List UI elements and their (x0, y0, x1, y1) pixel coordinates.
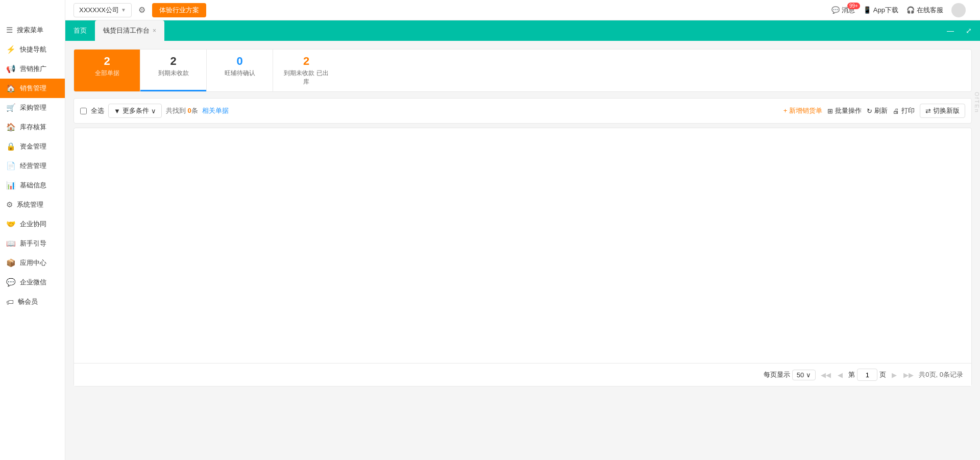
tab-home[interactable]: 首页 (65, 20, 95, 41)
company-dropdown-arrow: ▼ (121, 7, 126, 13)
settings-button[interactable]: ⚙ (135, 3, 149, 17)
inventory-icon: 🏠 (6, 123, 16, 132)
switch-label: 切换新版 (933, 106, 960, 115)
found-count: 0 (188, 107, 191, 114)
tab-qianhuoricin-label: 钱货日清工作台 (103, 26, 150, 35)
message-button[interactable]: 💬 消息 99+ (831, 6, 855, 15)
stats-overdue-count: 2 (149, 55, 198, 68)
purchase-icon: 🛒 (6, 103, 16, 112)
company-selector[interactable]: XXXXXX公司 ▼ (74, 3, 132, 17)
sidebar-item-enterprise[interactable]: 🤝 企业协同 (0, 214, 65, 234)
online-service-label: 在线客服 (917, 6, 943, 15)
sidebar-basicinfo-label: 基础信息 (20, 181, 46, 190)
beginner-icon: 📖 (6, 239, 16, 248)
finance-icon: 🔒 (6, 142, 16, 151)
nav-tabs: 首页 钱货日清工作台 × — ⤢ (65, 20, 980, 41)
select-all-label: 全选 (91, 106, 104, 115)
select-all-checkbox[interactable] (80, 108, 87, 114)
toolbar: 全选 ▼ 更多条件 ∨ 共找到 0条 相关单据 + 新增销货单 ⊞ 批量操作 ↻… (74, 98, 972, 124)
sales-icon: 🏠 (6, 84, 16, 93)
related-orders-link[interactable]: 相关单据 (202, 106, 229, 115)
per-page-arrow: ∨ (806, 371, 811, 379)
print-label: 打印 (901, 106, 915, 115)
stats-tab-overdue[interactable]: 2 到期未收款 (140, 50, 207, 91)
stats-tabs: 2 全部单据 2 到期未收款 0 旺辅待确认 2 到期未收款 已出库 (74, 49, 972, 92)
tab-home-label: 首页 (74, 26, 87, 35)
sidebar-item-operations[interactable]: 📄 经营管理 (0, 156, 65, 176)
add-order-button[interactable]: + 新增销货单 (783, 106, 822, 115)
sidebar-item-wechat[interactable]: 💬 企业微信 (0, 273, 65, 292)
more-filter-button[interactable]: ▼ 更多条件 ∨ (108, 104, 162, 118)
sidebar-beginner-label: 新手引导 (20, 239, 46, 248)
search-menu-icon: ☰ (6, 26, 13, 35)
toolbar-right: + 新增销货单 ⊞ 批量操作 ↻ 刷新 🖨 打印 ⇄ 切换新版 (783, 104, 965, 118)
sidebar-item-quicknav[interactable]: ⚡ 快捷导航 (0, 40, 65, 59)
company-name: XXXXXX公司 (79, 6, 119, 15)
operations-icon: 📄 (6, 161, 16, 171)
app-download-button[interactable]: 📱 App下载 (863, 6, 898, 15)
member-icon: 🏷 (6, 298, 14, 306)
page-input[interactable] (857, 369, 877, 381)
message-icon: 💬 (831, 6, 840, 14)
stats-overdue-shipped-label: 到期未收款 已出库 (281, 69, 331, 86)
sidebar-item-purchase[interactable]: 🛒 采购管理 (0, 98, 65, 117)
tab-qianhuoricin[interactable]: 钱货日清工作台 × (95, 20, 164, 41)
stats-all-label: 全部单据 (82, 69, 132, 78)
total-text: 共0页, 0条记录 (919, 370, 963, 379)
sidebar-search-label: 搜索菜单 (17, 26, 43, 35)
refresh-icon: ↻ (867, 107, 872, 115)
first-page-button[interactable]: ◀◀ (820, 369, 832, 381)
appcenter-icon: 📦 (6, 258, 16, 268)
sidebar-item-search[interactable]: ☰ 搜索菜单 (0, 20, 65, 40)
marketing-icon: 📢 (6, 64, 16, 74)
stats-tab-pending[interactable]: 0 旺辅待确认 (207, 50, 273, 91)
sidebar-quicknav-label: 快捷导航 (20, 45, 46, 54)
stats-tab-overdue-shipped[interactable]: 2 到期未收款 已出库 (273, 50, 339, 91)
sidebar-appcenter-label: 应用中心 (20, 258, 46, 268)
prev-page-button[interactable]: ◀ (834, 369, 846, 381)
tab-maximize-button[interactable]: ⤢ (962, 23, 976, 38)
system-icon: ⚙ (6, 200, 13, 209)
top-bar-right: 💬 消息 99+ 📱 App下载 🎧 在线客服 (831, 3, 974, 17)
experience-button[interactable]: 体验行业方案 (152, 3, 206, 17)
sidebar-item-marketing[interactable]: 📢 营销推广 (0, 59, 65, 79)
tab-minimize-button[interactable]: — (943, 23, 958, 38)
sidebar-item-sales[interactable]: 🏠 销售管理 (0, 79, 65, 98)
sidebar-item-basicinfo[interactable]: 📊 基础信息 (0, 176, 65, 195)
page-suffix: 页 (879, 370, 886, 379)
sidebar-sales-label: 销售管理 (20, 84, 46, 93)
refresh-button[interactable]: ↻ 刷新 (867, 106, 888, 115)
stats-overdue-label: 到期未收款 (149, 69, 198, 78)
print-icon: 🖨 (893, 107, 899, 115)
sidebar-item-inventory[interactable]: 🏠 库存核算 (0, 117, 65, 137)
app-download-icon: 📱 (863, 6, 871, 14)
message-badge: 99+ (847, 3, 860, 9)
sidebar: ☰ 搜索菜单 ⚡ 快捷导航 📢 营销推广 🏠 销售管理 🛒 采购管理 🏠 库存核… (0, 0, 65, 460)
user-avatar[interactable] (951, 3, 966, 17)
batch-operation-button[interactable]: ⊞ 批量操作 (827, 106, 862, 115)
sidebar-item-appcenter[interactable]: 📦 应用中心 (0, 253, 65, 273)
per-page-selector: 每页显示 50 ∨ (764, 370, 816, 380)
stats-tab-all[interactable]: 2 全部单据 (74, 50, 140, 91)
filter-icon: ▼ (114, 107, 120, 115)
sidebar-operations-label: 经营管理 (20, 161, 46, 171)
tab-close-icon[interactable]: × (153, 27, 156, 34)
sidebar-item-beginner[interactable]: 📖 新手引导 (0, 234, 65, 253)
headset-icon: 🎧 (906, 6, 915, 14)
switch-version-button[interactable]: ⇄ 切换新版 (920, 104, 965, 118)
filter-label: 更多条件 (122, 106, 149, 115)
sidebar-item-finance[interactable]: 🔒 资金管理 (0, 137, 65, 156)
next-page-button[interactable]: ▶ (888, 369, 900, 381)
print-button[interactable]: 🖨 打印 (893, 106, 915, 115)
per-page-select-box[interactable]: 50 ∨ (792, 370, 816, 380)
wechat-icon: 💬 (6, 278, 16, 287)
basicinfo-icon: 📊 (6, 181, 16, 190)
stats-overdue-shipped-count: 2 (281, 55, 331, 68)
online-service-button[interactable]: 🎧 在线客服 (906, 6, 943, 15)
main-content: 2 全部单据 2 到期未收款 0 旺辅待确认 2 到期未收款 已出库 全选 ▼ … (65, 41, 980, 460)
sidebar-item-system[interactable]: ⚙ 系统管理 (0, 195, 65, 214)
sidebar-item-member[interactable]: 🏷 畅会员 (0, 292, 65, 311)
last-page-button[interactable]: ▶▶ (902, 369, 915, 381)
pagination-buttons: ◀◀ ◀ 第 页 ▶ ▶▶ (820, 369, 915, 381)
content-area: 每页显示 50 ∨ ◀◀ ◀ 第 页 ▶ ▶▶ 共0页, 0条记录 (74, 128, 972, 386)
